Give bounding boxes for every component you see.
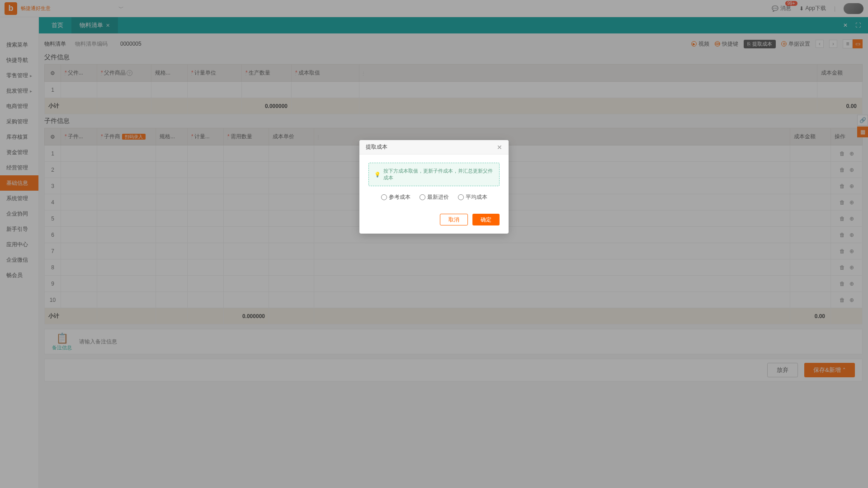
modal-overlay[interactable] <box>0 0 868 33</box>
